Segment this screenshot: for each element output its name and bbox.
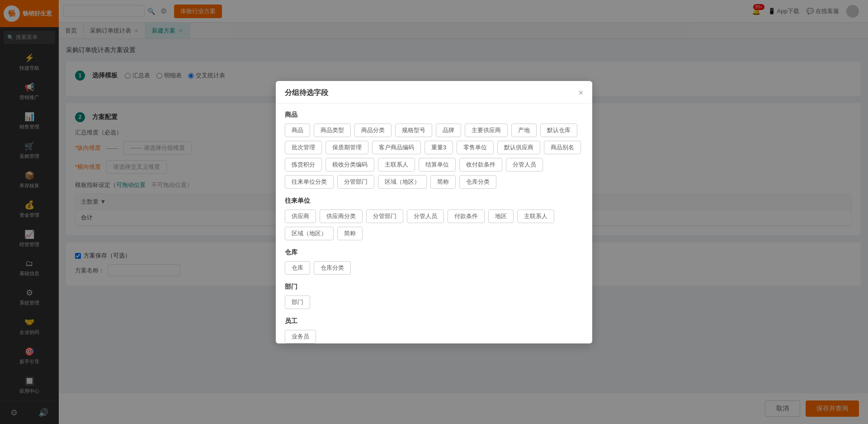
field-tag-主联系人[interactable]: 主联系人 xyxy=(378,158,415,172)
modal-title: 分组待选字段 xyxy=(285,88,328,98)
field-tag-付款条件[interactable]: 付款条件 xyxy=(448,210,485,223)
field-select-modal: 分组待选字段 × 商品商品商品类型商品分类规格型号品牌主要供应商产地默认仓库批次… xyxy=(276,81,592,343)
field-tag-默认供应商[interactable]: 默认供应商 xyxy=(497,141,540,154)
section-title-product: 商品 xyxy=(285,111,583,119)
section-title-employee: 员工 xyxy=(285,317,583,325)
field-tag-仓库[interactable]: 仓库 xyxy=(285,261,310,275)
field-tag-商品别名[interactable]: 商品别名 xyxy=(544,141,581,154)
field-tag-重量3[interactable]: 重量3 xyxy=(425,141,453,154)
field-tag-业务员[interactable]: 业务员 xyxy=(285,330,316,343)
field-tag-收付款条件[interactable]: 收付款条件 xyxy=(459,158,502,172)
field-tag-简称[interactable]: 简称 xyxy=(430,175,456,189)
field-tags-warehouse: 仓库仓库分类 xyxy=(285,261,583,275)
field-tag-税收分类编码[interactable]: 税收分类编码 xyxy=(326,158,374,172)
field-tags-department: 部门 xyxy=(285,295,583,309)
field-tag-主要供应商[interactable]: 主要供应商 xyxy=(465,124,508,137)
field-tag-地区[interactable]: 地区 xyxy=(488,210,514,223)
field-tag-拣货积分[interactable]: 拣货积分 xyxy=(285,158,322,172)
field-tag-简称[interactable]: 简称 xyxy=(337,227,363,240)
section-partner: 往来单位供应商供应商分类分管部门分管人员付款条件地区主联系人区域（地区）简称 xyxy=(285,197,583,240)
field-tag-零售单位[interactable]: 零售单位 xyxy=(457,141,494,154)
field-tag-往来单位分类[interactable]: 往来单位分类 xyxy=(285,175,334,189)
field-tag-品牌[interactable]: 品牌 xyxy=(436,124,461,137)
field-tags-partner: 供应商供应商分类分管部门分管人员付款条件地区主联系人区域（地区）简称 xyxy=(285,210,583,240)
field-tag-供应商[interactable]: 供应商 xyxy=(285,210,316,223)
field-tag-商品[interactable]: 商品 xyxy=(285,124,310,137)
field-tag-区域（地区）[interactable]: 区域（地区） xyxy=(285,227,334,240)
field-tag-分管部门[interactable]: 分管部门 xyxy=(337,175,374,189)
modal-overlay: 分组待选字段 × 商品商品商品类型商品分类规格型号品牌主要供应商产地默认仓库批次… xyxy=(0,0,868,424)
field-tag-分管部门[interactable]: 分管部门 xyxy=(366,210,403,223)
field-tag-仓库分类[interactable]: 仓库分类 xyxy=(459,175,496,189)
field-tag-批次管理[interactable]: 批次管理 xyxy=(285,141,322,154)
field-tag-分管人员[interactable]: 分管人员 xyxy=(407,210,444,223)
field-tags-employee: 业务员 xyxy=(285,330,583,343)
field-tag-仓库分类[interactable]: 仓库分类 xyxy=(314,261,351,275)
field-tag-分管人员[interactable]: 分管人员 xyxy=(506,158,543,172)
field-tag-主联系人[interactable]: 主联系人 xyxy=(517,210,554,223)
modal-body: 商品商品商品类型商品分类规格型号品牌主要供应商产地默认仓库批次管理保质期管理客户… xyxy=(276,104,592,343)
field-tag-产地[interactable]: 产地 xyxy=(511,124,537,137)
field-tag-保质期管理[interactable]: 保质期管理 xyxy=(326,141,368,154)
section-employee: 员工业务员 xyxy=(285,317,583,343)
section-title-partner: 往来单位 xyxy=(285,197,583,205)
field-tag-商品分类[interactable]: 商品分类 xyxy=(354,124,392,137)
section-warehouse: 仓库仓库仓库分类 xyxy=(285,248,583,275)
field-tag-部门[interactable]: 部门 xyxy=(285,295,310,309)
field-tag-客户商品编码[interactable]: 客户商品编码 xyxy=(372,141,421,154)
field-tag-结算单位[interactable]: 结算单位 xyxy=(419,158,456,172)
section-department: 部门部门 xyxy=(285,283,583,309)
section-product: 商品商品商品类型商品分类规格型号品牌主要供应商产地默认仓库批次管理保质期管理客户… xyxy=(285,111,583,189)
section-title-warehouse: 仓库 xyxy=(285,248,583,257)
modal-close-button[interactable]: × xyxy=(578,88,583,98)
field-tags-product: 商品商品类型商品分类规格型号品牌主要供应商产地默认仓库批次管理保质期管理客户商品… xyxy=(285,124,583,189)
field-tag-规格型号[interactable]: 规格型号 xyxy=(395,124,432,137)
section-title-department: 部门 xyxy=(285,283,583,291)
field-tag-商品类型[interactable]: 商品类型 xyxy=(314,124,351,137)
field-tag-供应商分类[interactable]: 供应商分类 xyxy=(320,210,363,223)
field-tag-区域（地区）[interactable]: 区域（地区） xyxy=(378,175,427,189)
field-tag-默认仓库[interactable]: 默认仓库 xyxy=(540,124,577,137)
modal-header: 分组待选字段 × xyxy=(276,81,592,104)
